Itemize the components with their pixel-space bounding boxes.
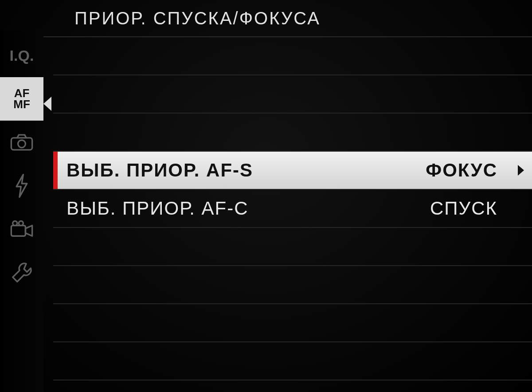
wrench-icon xyxy=(10,261,34,285)
chevron-right-icon xyxy=(518,165,524,176)
afmf-label: AFMF xyxy=(13,88,30,110)
menu-row-empty xyxy=(53,228,532,266)
menu-list: ВЫБ. ПРИОР. AF-S ФОКУС ВЫБ. ПРИОР. AF-C … xyxy=(53,37,532,392)
svg-point-1 xyxy=(18,140,26,148)
menu-row-afs-priority[interactable]: ВЫБ. ПРИОР. AF-S ФОКУС xyxy=(53,152,532,190)
menu-row-label: ВЫБ. ПРИОР. AF-C xyxy=(66,198,430,219)
svg-point-4 xyxy=(19,221,23,225)
active-tab-arrow-icon xyxy=(43,97,51,111)
menu-row-afc-priority[interactable]: ВЫБ. ПРИОР. AF-C СПУСК xyxy=(53,190,532,228)
sidebar-tab-setup[interactable] xyxy=(0,251,43,294)
page-title: ПРИОР. СПУСКА/ФОКУСА xyxy=(43,0,532,37)
sidebar-tab-movie[interactable] xyxy=(0,208,43,251)
flash-icon xyxy=(10,174,34,198)
menu-row-empty xyxy=(53,266,532,304)
menu-row-empty xyxy=(53,37,532,75)
sidebar: I.Q. AFMF xyxy=(0,30,43,392)
iq-label: I.Q. xyxy=(10,47,34,64)
menu-row-empty xyxy=(53,304,532,342)
sidebar-tab-iq[interactable]: I.Q. xyxy=(0,34,43,77)
menu-row-empty xyxy=(53,342,532,380)
sidebar-tab-flash[interactable] xyxy=(0,164,43,208)
svg-point-3 xyxy=(13,221,17,225)
sidebar-tab-shooting[interactable] xyxy=(0,121,43,164)
menu-row-label: ВЫБ. ПРИОР. AF-S xyxy=(66,160,426,181)
menu-row-value: СПУСК xyxy=(430,198,497,219)
menu-row-empty xyxy=(53,114,532,152)
movie-icon xyxy=(10,217,34,241)
sidebar-tab-afmf[interactable]: AFMF xyxy=(0,77,43,121)
camera-icon xyxy=(10,130,34,154)
svg-rect-2 xyxy=(11,226,25,236)
menu-row-value: ФОКУС xyxy=(426,160,497,181)
page-title-text: ПРИОР. СПУСКА/ФОКУСА xyxy=(74,8,321,28)
menu-row-empty xyxy=(53,75,532,114)
